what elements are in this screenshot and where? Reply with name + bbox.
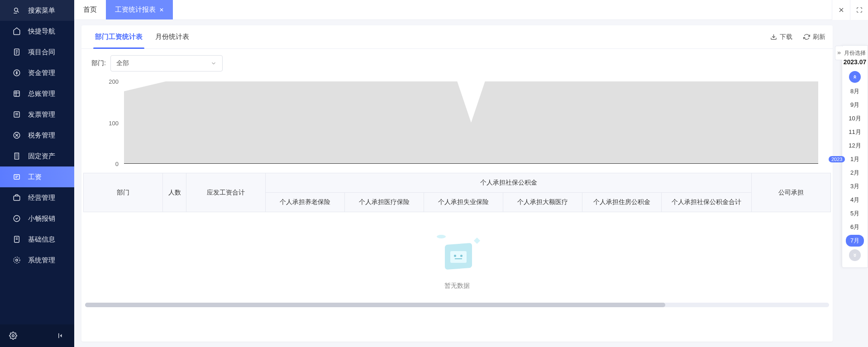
month-option-3月[interactable]: 3月 (846, 181, 864, 192)
tab-0[interactable]: 首页 (74, 0, 106, 19)
svg-point-13 (12, 335, 14, 337)
col-group-5: 个人承担社保公积金合计 (661, 193, 751, 212)
sidebar-item-10[interactable]: 小畅报销 (0, 208, 74, 229)
chart: 200 100 0 (91, 78, 823, 168)
refresh-button[interactable]: 刷新 (803, 33, 825, 41)
tax-icon (12, 130, 22, 140)
settings-icon[interactable] (9, 332, 17, 340)
sidebar-item-11[interactable]: 基础信息 (0, 229, 74, 250)
sidebar-item-9[interactable]: 经营管理 (0, 187, 74, 208)
sidebar-footer (0, 324, 74, 347)
col-group-personal: 个人承担社保公积金 (266, 173, 752, 193)
sidebar-item-label: 快捷导航 (28, 27, 55, 36)
close-all-tabs-button[interactable] (832, 0, 850, 20)
month-option-1月[interactable]: 1月2023 (846, 153, 864, 165)
col-group-3: 个人承担大额医疗 (503, 193, 582, 212)
sidebar-item-label: 搜索菜单 (28, 6, 55, 15)
system-icon (12, 255, 22, 265)
sidebar-item-label: 固定资产 (28, 152, 55, 161)
month-next-button[interactable] (849, 249, 861, 261)
collapse-sidebar-icon[interactable] (57, 332, 65, 340)
empty-illustration (432, 230, 482, 276)
sidebar-item-7[interactable]: 固定资产 (0, 146, 74, 166)
chart-ytick: 100 (91, 120, 119, 127)
sidebar-item-3[interactable]: 资金管理 (0, 62, 74, 83)
month-option-7月[interactable]: 7月 (846, 235, 864, 247)
svg-point-0 (14, 8, 18, 12)
search-list-icon (12, 5, 22, 15)
table-wrap[interactable]: 部门 人数 应发工资合计 个人承担社保公积金 公司承担 个人承担养老保险个人承担… (83, 173, 831, 299)
sidebar-item-5[interactable]: 发票管理 (0, 104, 74, 125)
chart-plot (124, 78, 818, 168)
empty-state: 暂无数据 (83, 212, 831, 299)
svg-rect-8 (14, 196, 20, 200)
dept-select[interactable]: 全部 (110, 55, 223, 71)
sidebar-item-label: 经营管理 (28, 194, 55, 202)
month-option-6月[interactable]: 6月 (846, 221, 864, 233)
year-badge: 2023 (829, 156, 845, 162)
svg-point-12 (16, 259, 18, 261)
col-group-0: 个人承担养老保险 (266, 193, 345, 212)
sidebar-item-8[interactable]: 工资 (0, 166, 74, 187)
col-gross: 应发工资合计 (186, 173, 266, 212)
download-label: 下载 (780, 33, 792, 41)
salary-table: 部门 人数 应发工资合计 个人承担社保公积金 公司承担 个人承担养老保险个人承担… (83, 173, 831, 212)
download-button[interactable]: 下载 (770, 33, 792, 41)
col-group-4: 个人承担住房公积金 (582, 193, 661, 212)
inner-tab-1[interactable]: 月份统计表 (149, 25, 196, 49)
month-panel-collapse[interactable] (835, 46, 842, 60)
close-icon[interactable]: ✕ (159, 7, 164, 13)
tab-label: 首页 (83, 5, 97, 14)
col-group-2: 个人承担失业保险 (424, 193, 503, 212)
empty-text: 暂无数据 (444, 282, 470, 290)
sidebar-item-0[interactable]: 搜索菜单 (0, 0, 74, 21)
svg-point-11 (14, 257, 20, 263)
horizontal-scrollbar[interactable] (85, 303, 829, 307)
month-option-11月[interactable]: 11月 (846, 126, 864, 138)
salary-icon (12, 172, 22, 182)
month-option-4月[interactable]: 4月 (846, 194, 864, 206)
refresh-label: 刷新 (813, 33, 825, 41)
inner-tab-0[interactable]: 部门工资统计表 (89, 25, 149, 49)
month-option-9月[interactable]: 9月 (846, 99, 864, 111)
sidebar-item-label: 总账管理 (28, 90, 55, 98)
month-option-5月[interactable]: 5月 (846, 208, 864, 219)
chart-area-fill (124, 81, 818, 164)
month-panel: 月份选择 2023.07 8月9月10月11月12月1月20232月3月4月5月… (842, 45, 868, 268)
sidebar-item-1[interactable]: 快捷导航 (0, 21, 74, 42)
col-count: 人数 (162, 173, 186, 212)
svg-rect-7 (14, 175, 19, 180)
invoice-icon (12, 109, 22, 119)
sidebar-item-4[interactable]: 总账管理 (0, 83, 74, 104)
reimburse-icon (12, 214, 22, 223)
month-option-8月[interactable]: 8月 (846, 86, 864, 97)
info-icon (12, 234, 22, 244)
sidebar-item-label: 小畅报销 (28, 214, 55, 223)
topright-buttons (832, 0, 868, 20)
month-option-2月[interactable]: 2月 (846, 167, 864, 179)
tab-label: 工资统计报表 (115, 5, 156, 14)
sidebar-item-label: 系统管理 (28, 256, 55, 265)
sidebar-item-6[interactable]: 税务管理 (0, 125, 74, 146)
fullscreen-button[interactable] (850, 0, 868, 20)
sidebar-items: 搜索菜单快捷导航项目合同资金管理总账管理发票管理税务管理固定资产工资经营管理小畅… (0, 0, 74, 324)
month-panel-selected: 2023.07 (844, 58, 867, 66)
dept-filter-label: 部门: (91, 59, 106, 67)
month-prev-button[interactable] (849, 71, 861, 83)
col-group-1: 个人承担医疗保险 (345, 193, 424, 212)
scrollbar-thumb[interactable] (85, 303, 665, 307)
filter-row: 部门: 全部 (81, 49, 833, 78)
col-dept: 部门 (84, 173, 163, 212)
tabstrip: 首页工资统计报表✕ (74, 0, 841, 20)
sidebar: 搜索菜单快捷导航项目合同资金管理总账管理发票管理税务管理固定资产工资经营管理小畅… (0, 0, 74, 347)
content-card: 部门工资统计表月份统计表 下载 刷新 部门: 全部 200 100 0 (81, 25, 833, 342)
col-company-overflow: 公司承担 (752, 173, 831, 212)
sidebar-item-2[interactable]: 项目合同 (0, 42, 74, 62)
money-icon (12, 68, 22, 78)
month-option-10月[interactable]: 10月 (846, 113, 864, 124)
sidebar-item-label: 项目合同 (28, 48, 55, 57)
month-option-12月[interactable]: 12月 (846, 140, 864, 152)
tab-1[interactable]: 工资统计报表✕ (106, 0, 173, 19)
sidebar-item-12[interactable]: 系统管理 (0, 250, 74, 271)
download-icon (770, 33, 777, 40)
